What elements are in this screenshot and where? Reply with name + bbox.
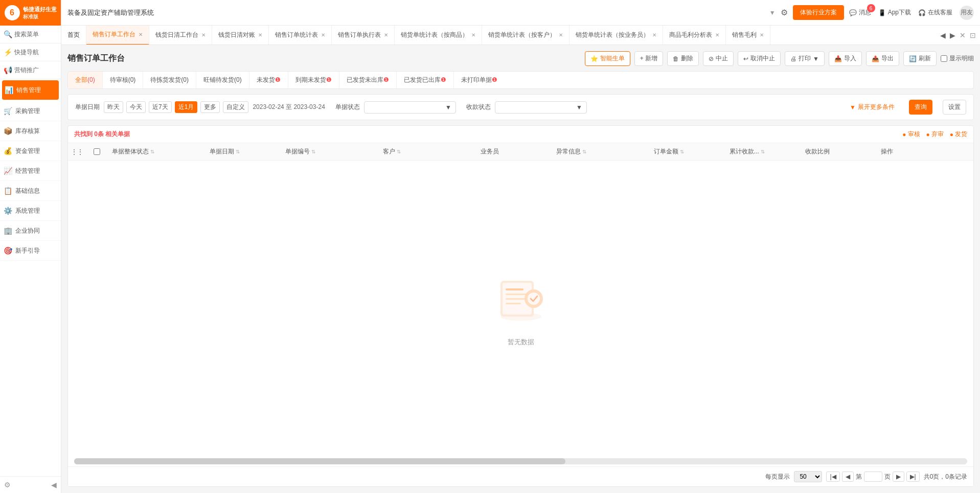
import-button[interactable]: 📥 导入 xyxy=(829,51,862,66)
sidebar-item-guide[interactable]: 🎯 新手引导 xyxy=(0,241,61,261)
app-download-button[interactable]: 📱 App下载 xyxy=(878,8,911,17)
stop-button[interactable]: ⊘ 中止 xyxy=(703,51,734,66)
th-customer[interactable]: 客户 ⇅ xyxy=(378,147,475,156)
online-service-button[interactable]: 🎧 在线客服 xyxy=(918,8,952,17)
sidebar-item-sales[interactable]: 📊 销售管理 xyxy=(2,80,59,100)
th-status[interactable]: 单据整体状态 ⇅ xyxy=(107,147,204,156)
filter-tab-shipped-warehoused[interactable]: 已发货已出库❶ xyxy=(397,72,454,88)
tab-close-icon[interactable]: ✕ xyxy=(559,32,563,38)
tab-close-icon[interactable]: ✕ xyxy=(258,32,262,38)
export-button[interactable]: 📤 导出 xyxy=(866,51,899,66)
finance-icon: 💰 xyxy=(3,146,12,155)
tab-sales-workbench[interactable]: 销售订单工作台 ✕ xyxy=(86,26,149,45)
next-page-button[interactable]: ▶ xyxy=(893,472,904,482)
tab-sales-stats[interactable]: 销售订单统计表 ✕ xyxy=(269,26,332,45)
sidebar-item-quick-nav[interactable]: ⚡ 快捷导航 xyxy=(0,43,61,61)
print-button[interactable]: 🖨 打印 ▼ xyxy=(785,51,825,66)
filter-tab-pending-inspection[interactable]: 待拣货发货(0) xyxy=(143,72,196,88)
tab-close-icon[interactable]: ✕ xyxy=(652,32,656,38)
tab-close-icon[interactable]: ✕ xyxy=(715,32,719,38)
filter-tab-overdue[interactable]: 到期未发货❶ xyxy=(288,72,339,88)
payment-select[interactable]: ▼ xyxy=(495,101,587,114)
add-button[interactable]: + 新增 xyxy=(634,51,663,66)
sidebar-item-purchase[interactable]: 🛒 采购管理 xyxy=(0,101,61,121)
tab-gross-profit[interactable]: 商品毛利分析表 ✕ xyxy=(663,26,726,45)
tab-scroll-left-icon[interactable]: ◀ xyxy=(940,31,946,39)
select-all-checkbox[interactable] xyxy=(94,148,100,155)
tab-close-icon[interactable]: ✕ xyxy=(384,32,388,38)
th-number[interactable]: 单据编号 ⇅ xyxy=(280,147,378,156)
sidebar-item-enterprise[interactable]: 🏢 企业协同 xyxy=(0,221,61,241)
cancel-review-button[interactable]: ● 弃审 xyxy=(926,130,944,139)
filter-tab-unprinted[interactable]: 未打印单据❶ xyxy=(454,72,505,88)
tab-sales-summary-salesman[interactable]: 销货单统计表（按业务员） ✕ xyxy=(569,26,663,45)
refresh-button[interactable]: 🔄 刷新 xyxy=(903,51,937,66)
sales-icon: 📊 xyxy=(4,85,13,95)
th-collection[interactable]: 累计收款... ⇅ xyxy=(724,147,800,156)
search-button[interactable]: 查询 xyxy=(909,100,932,115)
settings-filter-button[interactable]: 设置 xyxy=(943,100,966,115)
expand-conditions-button[interactable]: ▼ 展开更多条件 xyxy=(850,103,895,111)
page-input[interactable]: 1 xyxy=(864,472,882,482)
tab-sales-execution[interactable]: 销售订单执行表 ✕ xyxy=(332,26,395,45)
filter-tab-pending-review[interactable]: 待审核(0) xyxy=(103,72,144,88)
svg-point-8 xyxy=(528,293,540,305)
sidebar-item-search[interactable]: 🔍 搜索菜单 xyxy=(0,26,61,43)
review-button[interactable]: ● 审核 xyxy=(902,130,920,139)
tab-close-icon[interactable]: ✕ xyxy=(760,32,764,38)
tab-scroll-right-icon[interactable]: ▶ xyxy=(950,31,955,39)
drag-icon: ⋮⋮ xyxy=(71,148,83,155)
date-today-button[interactable]: 今天 xyxy=(126,101,146,113)
first-page-button[interactable]: |◀ xyxy=(826,472,839,482)
tab-home[interactable]: 首页 xyxy=(61,26,86,45)
page-size-select[interactable]: 10 20 50 100 xyxy=(794,471,822,482)
sidebar-item-system[interactable]: ⚙️ 系统管理 xyxy=(0,201,61,221)
filter-tab-all[interactable]: 全部(0) xyxy=(68,72,103,88)
date-last1m-button[interactable]: 近1月 xyxy=(175,101,198,113)
tab-sales-summary-product[interactable]: 销货单统计表（按商品） ✕ xyxy=(395,26,482,45)
horizontal-scrollbar[interactable] xyxy=(74,458,967,464)
collapse-button[interactable]: ◀ xyxy=(51,481,57,489)
sidebar-item-inventory[interactable]: 📦 库存核算 xyxy=(0,121,61,141)
cancel-stop-button[interactable]: ↩ 取消中止 xyxy=(738,51,781,66)
print-icon: 🖨 xyxy=(790,55,796,62)
th-checkbox[interactable] xyxy=(86,148,107,155)
filter-tab-not-shipped[interactable]: 未发货❶ xyxy=(249,72,288,88)
tab-close-icon[interactable]: ✕ xyxy=(201,32,206,38)
th-abnormal[interactable]: 异常信息 ⇅ xyxy=(551,147,649,156)
last-page-button[interactable]: ▶| xyxy=(906,472,920,482)
settings-icon[interactable]: ⚙ xyxy=(781,8,788,17)
sidebar-item-basic[interactable]: 📋 基础信息 xyxy=(0,181,61,201)
sidebar-item-finance[interactable]: 💰 资金管理 xyxy=(0,141,61,161)
filter-tab-wangpu[interactable]: 旺铺待发货(0) xyxy=(196,72,249,88)
ship-button[interactable]: ● 发货 xyxy=(950,130,967,139)
prev-page-button[interactable]: ◀ xyxy=(842,472,854,482)
th-amount[interactable]: 订单金额 ⇅ xyxy=(649,147,724,156)
date-yesterday-button[interactable]: 昨天 xyxy=(104,101,123,113)
show-detail-checkbox[interactable]: 显示明细 xyxy=(941,54,974,63)
date-custom-button[interactable]: 自定义 xyxy=(223,101,248,113)
tab-sales-gross[interactable]: 销售毛利 ✕ xyxy=(726,26,770,45)
th-salesman[interactable]: 业务员 xyxy=(475,147,551,156)
tab-close-icon[interactable]: ✕ xyxy=(321,32,325,38)
status-select[interactable]: ▼ xyxy=(364,101,456,114)
tab-cash-daily[interactable]: 钱货日清工作台 ✕ xyxy=(149,26,212,45)
date-last7-button[interactable]: 近7天 xyxy=(149,101,172,113)
th-date[interactable]: 单据日期 ⇅ xyxy=(204,147,280,156)
user-button[interactable]: 用友 xyxy=(960,6,974,20)
sidebar-item-operations[interactable]: 📈 经营管理 xyxy=(0,161,61,181)
message-button[interactable]: 💬 消息 6 xyxy=(849,8,871,17)
solution-button[interactable]: 体验行业方案 xyxy=(793,5,844,20)
tab-expand-icon[interactable]: ⊡ xyxy=(970,31,976,39)
tab-cash-reconcile[interactable]: 钱货日清对账 ✕ xyxy=(212,26,269,45)
filter-tab-shipped-not-warehoused[interactable]: 已发货未出库❶ xyxy=(339,72,397,88)
settings-button[interactable]: ⚙ xyxy=(4,481,11,489)
tab-close-all-icon[interactable]: ✕ xyxy=(960,31,966,39)
tab-close-icon[interactable]: ✕ xyxy=(471,32,475,38)
smart-create-button[interactable]: ⭐ 智能生单 xyxy=(585,51,630,66)
date-more-button[interactable]: 更多 xyxy=(200,101,220,113)
tab-close-icon[interactable]: ✕ xyxy=(139,32,143,37)
tab-sales-summary-customer[interactable]: 销货单统计表（按客户） ✕ xyxy=(482,26,569,45)
sidebar-item-marketing[interactable]: 📢 营销推广 xyxy=(0,61,61,79)
delete-button[interactable]: 🗑 删除 xyxy=(667,51,699,66)
